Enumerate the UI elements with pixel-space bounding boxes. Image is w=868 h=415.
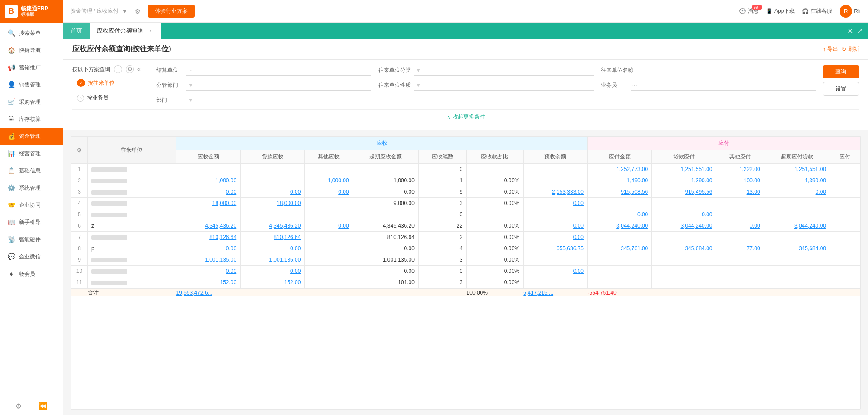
filter-gear-icon[interactable]: ⚙ — [126, 65, 134, 73]
settings-button[interactable]: 设置 — [823, 82, 859, 96]
sidebar-item-corp[interactable]: 🤝 企业协同 — [0, 196, 63, 214]
sidebar-item-wechat[interactable]: 💬 企业微信 — [0, 248, 63, 265]
cell-link[interactable]: 915,508.56 — [621, 189, 648, 195]
cell-link[interactable]: 1,001,135.00 — [205, 257, 236, 263]
sidebar-item-inventory[interactable]: 🏛 库存核算 — [0, 110, 63, 128]
cell-link[interactable]: 0.00 — [573, 223, 584, 229]
breadcrumb-dropdown-icon[interactable]: ▼ — [122, 8, 127, 14]
cell-link[interactable]: 0.00 — [750, 223, 760, 229]
collapse-icon[interactable]: ⏪ — [38, 402, 47, 410]
cell-link[interactable]: 0.00 — [290, 189, 301, 195]
sidebar-item-search-menu[interactable]: 🔍 搜索菜单 — [0, 24, 63, 42]
cell-link[interactable]: 1,222.00 — [739, 166, 760, 172]
cell-link[interactable]: 1,490.00 — [627, 177, 648, 184]
filter-unit-name-input[interactable] — [636, 68, 816, 72]
sidebar-item-marketing[interactable]: 📢 营销推广 — [0, 59, 63, 76]
cell-link[interactable]: 655,636.75 — [557, 245, 584, 252]
cell-link[interactable]: 0.00 — [290, 268, 301, 274]
cell-link[interactable]: 3,044,240.00 — [616, 223, 648, 229]
cell-link[interactable]: 0.00 — [226, 189, 236, 195]
settings-icon[interactable]: ⚙ — [15, 402, 22, 410]
cell-link[interactable]: 0.00 — [573, 200, 584, 206]
refresh-button[interactable]: ↻ 刷新 — [842, 45, 859, 53]
filter-settlement-input[interactable]: ··· — [186, 65, 371, 76]
cell-sr-loan: 4,345,436.20 — [241, 220, 305, 232]
cell-link[interactable]: 915,495.56 — [685, 189, 712, 195]
cell-link[interactable]: 152.00 — [220, 279, 237, 286]
sidebar-item-sales[interactable]: 👤 销售管理 — [0, 76, 63, 93]
app-download-button[interactable]: 📱 App下载 — [766, 7, 795, 15]
query-button[interactable]: 查询 — [823, 65, 859, 78]
sidebar-item-member[interactable]: ♦ 畅会员 — [0, 265, 63, 282]
cell-sr-overdue: 0.00 — [353, 243, 418, 254]
cell-link[interactable]: 1,252,773.00 — [616, 166, 648, 172]
cell-link[interactable]: 18,000.00 — [277, 200, 301, 206]
cell-link[interactable]: 0.00 — [290, 245, 301, 252]
filter-arrow-icon[interactable]: « — [137, 66, 141, 72]
filter-department-input[interactable]: ▼ — [186, 95, 816, 105]
cell-link[interactable]: 1,001,135.00 — [269, 257, 301, 263]
online-service-button[interactable]: 🎧 在线客服 — [802, 7, 832, 15]
cell-link[interactable]: 345,761.00 — [621, 245, 648, 252]
cell-link[interactable]: 0.00 — [338, 189, 349, 195]
table-payable-group-th: 应付 — [588, 137, 860, 150]
sidebar-item-quick-nav[interactable]: 🏠 快捷导航 — [0, 42, 63, 59]
filter-salesperson-input[interactable]: ··· — [631, 80, 816, 91]
sidebar-item-finance[interactable]: 💰 资金管理 — [0, 128, 63, 145]
table-row: 5 0 0.00 0.00 — [71, 209, 860, 220]
cell-link[interactable]: 4,345,436.20 — [269, 223, 301, 229]
filter-option-by-unit[interactable]: ✓ 按往来单位 — [72, 77, 119, 89]
sidebar-item-guide[interactable]: 📖 新手引导 — [0, 214, 63, 231]
sidebar-item-operation[interactable]: 📊 经营管理 — [0, 145, 63, 162]
cell-link[interactable]: 0.00 — [816, 189, 826, 195]
cell-link[interactable]: 1,390.00 — [691, 177, 712, 184]
topbar-gear-icon[interactable]: ⚙ — [135, 8, 141, 15]
table-settings-icon[interactable]: ⚙ — [76, 147, 83, 154]
cell-link[interactable]: 0.00 — [226, 268, 236, 274]
cell-link[interactable]: 18,000.00 — [212, 200, 236, 206]
tab-arbalance[interactable]: 应收应付余额查询 × — [90, 23, 161, 39]
cell-link[interactable]: 1,251,551.00 — [680, 166, 712, 172]
message-button[interactable]: 💬 消息 99+ — [739, 7, 759, 15]
tab-maximize-icon[interactable]: ⤢ — [857, 27, 863, 35]
cell-link[interactable]: 810,126.64 — [274, 234, 301, 240]
sidebar-item-basic[interactable]: 📋 基础信息 — [0, 162, 63, 179]
filter-more-toggle[interactable]: ∧ 收起更多条件 — [72, 109, 859, 124]
cell-link[interactable]: 3,044,240.00 — [794, 223, 826, 229]
cell-link[interactable]: 77.00 — [747, 245, 760, 252]
tab-home[interactable]: 首页 — [63, 23, 90, 39]
cell-link[interactable]: 0.00 — [338, 223, 349, 229]
cell-link[interactable]: 0.00 — [226, 245, 236, 252]
filter-option-by-staff[interactable]: ○ 按业务员 — [72, 92, 113, 104]
cell-link[interactable]: 2,153,333.00 — [552, 189, 584, 195]
cell-link[interactable]: 1,000.00 — [215, 177, 236, 184]
cell-link[interactable]: 0.00 — [702, 211, 712, 218]
cell-link[interactable]: 810,126.64 — [209, 234, 236, 240]
cell-link[interactable]: 152.00 — [284, 279, 301, 286]
cell-link[interactable]: 345,684.00 — [685, 245, 712, 252]
filter-unit-nature-input[interactable]: ▼ — [414, 80, 593, 91]
cell-link[interactable]: 3,044,240.00 — [680, 223, 712, 229]
cell-link[interactable]: 0.00 — [637, 211, 648, 218]
tab-close-window-icon[interactable]: ✕ — [847, 27, 853, 35]
filter-dept-input[interactable]: ▼ — [186, 80, 371, 91]
cell-link[interactable]: 1,000.00 — [328, 177, 349, 184]
cell-link[interactable]: 4,345,436.20 — [205, 223, 236, 229]
export-button[interactable]: ↑ 导出 — [823, 45, 838, 53]
sidebar-item-hardware[interactable]: 📡 智能硬件 — [0, 231, 63, 248]
cell-link[interactable]: 100.00 — [744, 177, 760, 184]
solution-button[interactable]: 体验行业方案 — [148, 5, 195, 18]
filter-unit-category-input[interactable]: ▼ — [414, 65, 593, 76]
cell-sr-loan — [241, 209, 305, 220]
tab-close-icon[interactable]: × — [147, 28, 154, 34]
cell-link[interactable]: 13.00 — [747, 189, 760, 195]
cell-link[interactable]: 0.00 — [573, 268, 584, 274]
cell-link[interactable]: 0.00 — [573, 234, 584, 240]
cell-link[interactable]: 1,390.00 — [805, 177, 826, 184]
sidebar-item-system[interactable]: ⚙️ 系统管理 — [0, 179, 63, 196]
cell-link[interactable]: 345,684.00 — [799, 245, 826, 252]
cell-link[interactable]: 1,251,551.00 — [794, 166, 826, 172]
user-menu-button[interactable]: R Rit — [840, 5, 861, 18]
filter-add-icon[interactable]: + — [114, 65, 122, 73]
sidebar-item-purchase[interactable]: 🛒 采购管理 — [0, 93, 63, 110]
